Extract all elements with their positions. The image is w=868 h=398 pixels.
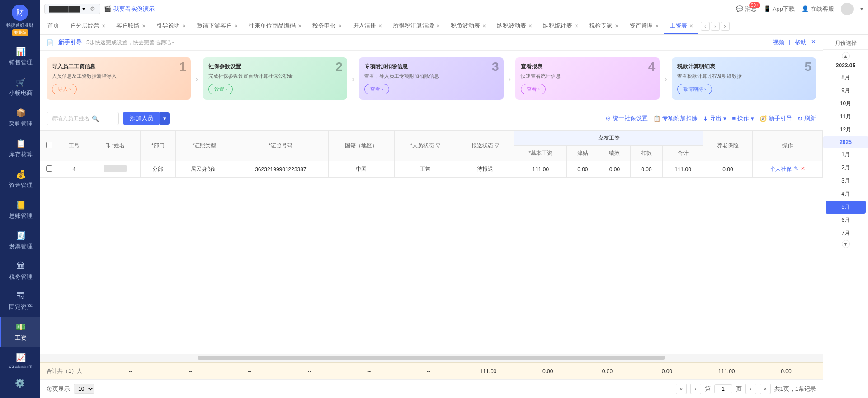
step-2-button[interactable]: 设置 ›	[208, 84, 233, 94]
month-up-button[interactable]: ▲	[842, 52, 850, 60]
settings-icon[interactable]: ⚙️	[13, 373, 27, 393]
close-icon[interactable]: ✕	[182, 23, 186, 28]
page-size-select[interactable]: 10 20 50	[74, 384, 94, 394]
special-deduction-button[interactable]: 📋 专项附加扣除	[653, 114, 698, 122]
last-page-button[interactable]: »	[760, 384, 771, 394]
step-arrow-2: ›	[349, 74, 357, 84]
close-icon[interactable]: ✕	[378, 23, 382, 28]
sidebar-item-固定资产[interactable]: 🏗 固定资产	[0, 286, 40, 317]
filter-icon[interactable]: ▽	[495, 142, 499, 149]
scrollbar-thumb[interactable]	[198, 356, 665, 360]
sidebar-item-采购管理[interactable]: 📦 采购管理	[0, 103, 40, 133]
tab-salary[interactable]: 工资表 ✕	[664, 18, 698, 34]
tab-expert[interactable]: 税检专家 ✕	[584, 18, 624, 34]
search-input[interactable]: 请输入员工姓名 🔍	[47, 112, 119, 125]
tab-prev-arrow[interactable]: ‹	[701, 22, 710, 31]
tab-guide[interactable]: 引导说明 ✕	[151, 18, 191, 34]
delete-link[interactable]: ✕	[801, 165, 805, 173]
month-down-button[interactable]: ▼	[842, 240, 850, 248]
close-icon[interactable]: ✕	[298, 23, 302, 28]
tab-taxwave[interactable]: 税负波动表 ✕	[445, 18, 491, 34]
tab-home[interactable]: 首页	[42, 18, 65, 34]
step-5-button[interactable]: 敬请期待 ›	[677, 84, 712, 94]
demo-button[interactable]: 🎬 我要看实例演示	[104, 5, 155, 13]
step-3-button[interactable]: 查看 ›	[364, 84, 389, 94]
close-icon[interactable]: ✕	[528, 23, 532, 28]
page-input[interactable]	[714, 384, 732, 393]
tab-tax[interactable]: 税务申报 ✕	[307, 18, 347, 34]
month-11[interactable]: 11月	[823, 110, 868, 123]
sidebar-item-总账管理[interactable]: 📒 总账管理	[0, 195, 40, 225]
first-page-button[interactable]: «	[676, 384, 687, 394]
close-icon[interactable]: ✕	[655, 23, 659, 28]
tab-tier[interactable]: 户分层经营 ✕	[65, 18, 111, 34]
month-7[interactable]: 7月	[823, 227, 868, 240]
tab-taxstat[interactable]: 纳税统计表 ✕	[538, 18, 584, 34]
close-icon[interactable]: ✕	[436, 23, 440, 28]
sidebar-item-工资[interactable]: 💵 工资	[0, 317, 40, 347]
help-link[interactable]: 帮助	[795, 38, 807, 47]
close-icon[interactable]: ✕	[338, 23, 342, 28]
month-2[interactable]: 2月	[823, 161, 868, 174]
step-1-button[interactable]: 导入 ›	[52, 84, 77, 94]
sidebar-item-经营管理[interactable]: 📈 经营管理	[0, 347, 40, 368]
close-icon[interactable]: ✕	[615, 23, 618, 28]
sidebar-item-资金管理[interactable]: 💰 资金管理	[0, 164, 40, 195]
month-3[interactable]: 3月	[823, 174, 868, 187]
sidebar-item-小畅电商[interactable]: 🛒 小畅电商	[0, 72, 40, 103]
company-selector[interactable]: ████████ ▾ ⚙	[44, 4, 100, 14]
message-button[interactable]: 💬 消息 99+	[736, 5, 757, 13]
tab-close-all[interactable]: ✕	[721, 22, 730, 31]
month-9[interactable]: 9月	[823, 84, 868, 97]
filter-icon[interactable]: ▽	[436, 142, 440, 149]
app-download-button[interactable]: 📱 App下载	[764, 5, 795, 13]
close-icon[interactable]: ✕	[142, 23, 146, 28]
prev-page-button[interactable]: ‹	[690, 384, 701, 394]
close-guide-button[interactable]: ✕	[811, 38, 816, 47]
step-4-button[interactable]: 查看 ›	[521, 84, 546, 94]
close-icon[interactable]: ✕	[575, 23, 578, 28]
add-person-dropdown[interactable]: ▾	[160, 112, 170, 125]
tab-assets[interactable]: 资产管理 ✕	[624, 18, 664, 34]
online-service-button[interactable]: 👤 在线客服	[802, 5, 834, 13]
settings-icon[interactable]: ⚙	[90, 5, 95, 12]
next-page-button[interactable]: ›	[745, 384, 756, 394]
personal-insurance-link[interactable]: 个人社保	[770, 165, 792, 173]
close-icon[interactable]: ✕	[234, 23, 238, 28]
month-8[interactable]: 8月	[823, 71, 868, 84]
tab-products[interactable]: 往来单位商品编码 ✕	[243, 18, 307, 34]
sidebar-item-发票管理[interactable]: 🧾 发票管理	[0, 225, 40, 256]
user-menu[interactable]: ▾	[860, 5, 863, 12]
newbie-guide-button[interactable]: 🧭 新手引导	[760, 114, 792, 122]
month-12[interactable]: 12月	[823, 123, 868, 136]
month-5[interactable]: 5月	[826, 201, 866, 214]
close-icon[interactable]: ✕	[102, 23, 105, 28]
edit-link[interactable]: ✎	[794, 165, 798, 173]
export-button[interactable]: ⬇ 导出 ▾	[703, 114, 726, 122]
month-6[interactable]: 6月	[823, 214, 868, 227]
row-checkbox[interactable]	[46, 165, 52, 172]
tab-invite[interactable]: 邀请下游客户 ✕	[191, 18, 243, 34]
video-link[interactable]: 视频	[773, 38, 784, 47]
operate-button[interactable]: ≡ 操作 ▾	[732, 114, 754, 122]
month-1[interactable]: 1月	[823, 148, 868, 161]
tab-clear[interactable]: 进入清册 ✕	[347, 18, 387, 34]
year-2025[interactable]: 2025	[823, 136, 868, 148]
refresh-button[interactable]: ↻ 刷新	[797, 114, 816, 122]
close-icon[interactable]: ✕	[689, 23, 693, 28]
sidebar-item-库存核算[interactable]: 📋 库存核算	[0, 133, 40, 164]
sidebar-item-销售管理[interactable]: 📊 销售管理	[0, 41, 40, 72]
horizontal-scrollbar[interactable]	[40, 354, 823, 362]
close-icon[interactable]: ✕	[482, 23, 486, 28]
user-avatar[interactable]	[841, 3, 854, 15]
social-settings-button[interactable]: ⚙ 统一社保设置	[605, 114, 648, 122]
sidebar-item-税务管理[interactable]: 🏛 税务管理	[0, 256, 40, 286]
select-all-checkbox[interactable]	[46, 142, 52, 148]
tab-income[interactable]: 所得税汇算清缴 ✕	[387, 18, 445, 34]
add-person-button[interactable]: 添加人员	[123, 112, 160, 125]
tab-next-arrow[interactable]: ›	[711, 22, 720, 31]
month-4[interactable]: 4月	[823, 187, 868, 201]
month-10[interactable]: 10月	[823, 97, 868, 110]
tab-paywave[interactable]: 纳税波动表 ✕	[491, 18, 538, 34]
tab-contact[interactable]: 客户联络 ✕	[111, 18, 151, 34]
